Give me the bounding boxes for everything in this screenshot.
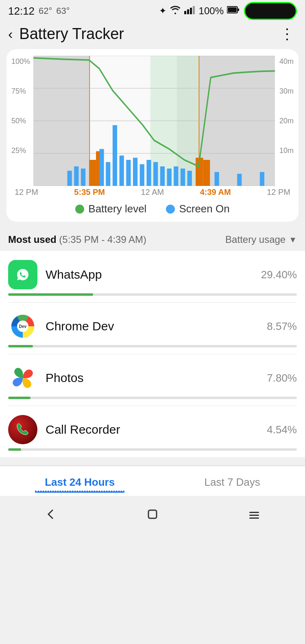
legend-battery-level: Battery level	[75, 203, 146, 215]
svg-rect-6	[228, 7, 237, 12]
bottom-tabs: Last 24 Hours Last 7 Days	[0, 465, 305, 496]
svg-rect-28	[126, 160, 131, 186]
system-home-button[interactable]	[142, 504, 163, 524]
app-item-photos[interactable]: Photos 7.80%	[8, 354, 297, 406]
bluetooth-icon: ✦	[159, 6, 166, 16]
chart-legend: Battery level Screen On	[11, 203, 294, 217]
x-label-12am: 12 AM	[141, 188, 164, 197]
app-list: WhatsApp 29.40%	[0, 251, 305, 457]
battery-icon	[227, 5, 239, 17]
time: 12:12	[8, 5, 35, 17]
screen-on-label: Screen On	[179, 203, 229, 215]
chromedev-bar-fill	[8, 345, 33, 347]
battery-usage-label: Battery usage	[225, 234, 285, 245]
app-item-callrecorder[interactable]: Call Recorder 4.54%	[8, 406, 297, 457]
chromedev-bar	[8, 345, 297, 347]
battery-chart	[33, 56, 275, 186]
svg-rect-1	[187, 9, 189, 14]
x-axis-labels: 12 PM 5:35 PM 12 AM 4:39 AM 12 PM	[11, 188, 294, 197]
signal-icon	[184, 5, 196, 17]
screen-on-dot	[166, 205, 175, 214]
svg-rect-25	[106, 162, 110, 186]
x-label-12pm2: 12 PM	[267, 188, 290, 197]
svg-rect-39	[237, 174, 242, 186]
page-title: Battery Tracker	[19, 25, 124, 43]
chart-wrapper: 100% 75% 50% 25% 40m 30m 20m 10m	[11, 56, 294, 186]
tab-last-24-hours[interactable]: Last 24 Hours	[28, 473, 131, 492]
dropdown-arrow-icon: ▼	[289, 235, 297, 245]
svg-rect-24	[99, 149, 104, 186]
svg-rect-23	[81, 168, 85, 186]
svg-rect-31	[146, 160, 151, 186]
battery-level-dot	[75, 205, 84, 214]
top-nav: ‹ Battery Tracker ⋮	[0, 21, 305, 49]
whatsapp-bar-fill	[8, 293, 93, 296]
status-icons: ✦ 100%	[159, 5, 239, 17]
more-options-button[interactable]: ⋮	[280, 26, 295, 43]
temp2: 63°	[56, 6, 70, 16]
system-back-button[interactable]	[41, 504, 61, 524]
svg-rect-46	[148, 510, 157, 518]
back-button[interactable]: ‹	[8, 26, 13, 42]
x-label-12pm: 12 PM	[15, 188, 38, 197]
svg-rect-32	[153, 162, 158, 186]
svg-rect-49	[249, 517, 259, 519]
chromedev-icon: Dev	[8, 312, 37, 341]
status-bar: 12:12 62° 63° ✦ 100%	[0, 0, 305, 21]
svg-rect-0	[184, 11, 186, 14]
chart-card: 100% 75% 50% 25% 40m 30m 20m 10m	[7, 49, 298, 222]
whatsapp-name: WhatsApp	[46, 268, 261, 282]
battery-level-label: Battery level	[88, 203, 146, 215]
whatsapp-bar	[8, 293, 297, 296]
photos-bar	[8, 397, 297, 399]
system-nav	[0, 496, 305, 534]
svg-rect-3	[193, 6, 195, 14]
x-label-439am: 4:39 AM	[200, 188, 231, 197]
battery-percent: 100%	[199, 5, 224, 17]
app-item-top: WhatsApp 29.40%	[8, 260, 297, 289]
y-axis-left: 100% 75% 50% 25%	[11, 56, 30, 178]
callrecorder-name: Call Recorder	[46, 423, 267, 437]
y-axis-right: 40m 30m 20m 10m	[279, 56, 294, 178]
svg-rect-2	[190, 8, 192, 14]
app-item-top: Dev Chrome Dev 8.57%	[8, 312, 297, 341]
svg-rect-36	[181, 168, 185, 186]
pill-button	[244, 2, 297, 20]
whatsapp-icon	[8, 260, 37, 289]
svg-rect-5	[237, 9, 239, 11]
svg-rect-47	[249, 512, 259, 513]
svg-rect-20	[203, 160, 210, 186]
photos-bar-fill	[8, 397, 30, 399]
wifi-icon	[170, 5, 181, 17]
svg-rect-26	[113, 125, 117, 186]
app-item-whatsapp[interactable]: WhatsApp 29.40%	[8, 251, 297, 303]
photos-icon	[8, 363, 37, 393]
callrecorder-bar-fill	[8, 448, 21, 451]
callrecorder-bar	[8, 448, 297, 451]
status-left: 12:12 62° 63°	[8, 5, 70, 17]
photos-name: Photos	[46, 371, 267, 385]
most-used-header: Most used (5:35 PM - 4:39 AM) Battery us…	[0, 228, 305, 251]
battery-usage-dropdown[interactable]: Battery usage ▼	[225, 234, 297, 245]
app-item-chromedev[interactable]: Dev Chrome Dev 8.57%	[8, 303, 297, 354]
legend-screen-on: Screen On	[166, 203, 229, 215]
svg-rect-30	[140, 164, 144, 186]
temp1: 62°	[39, 6, 52, 16]
svg-rect-37	[187, 171, 192, 186]
chromedev-percent: 8.57%	[267, 320, 297, 333]
photos-percent: 7.80%	[267, 372, 297, 384]
svg-rect-40	[260, 172, 264, 186]
status-right: ✦ 100%	[159, 2, 297, 20]
system-recents-button[interactable]	[244, 504, 264, 524]
svg-rect-33	[160, 166, 165, 186]
callrecorder-icon	[8, 415, 37, 444]
svg-rect-35	[174, 166, 178, 186]
tab-last-7-days[interactable]: Last 7 Days	[188, 473, 277, 492]
most-used-label: Most used (5:35 PM - 4:39 AM)	[8, 234, 146, 245]
svg-rect-22	[74, 166, 78, 186]
svg-rect-27	[120, 155, 124, 186]
svg-rect-17	[89, 160, 96, 186]
nav-left: ‹ Battery Tracker	[8, 25, 124, 43]
app-item-top: Photos 7.80%	[8, 363, 297, 393]
svg-rect-38	[215, 172, 219, 186]
